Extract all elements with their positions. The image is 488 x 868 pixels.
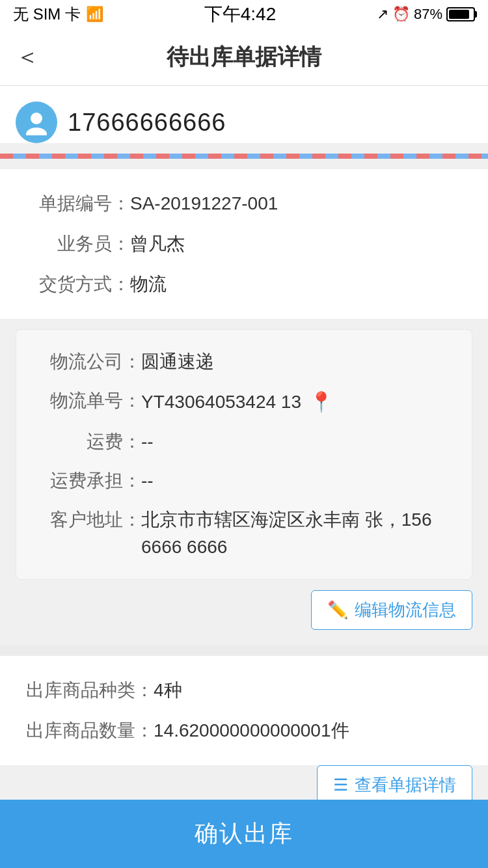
view-details-label: 查看单据详情: [355, 774, 456, 796]
tracking-number: YT43064053424 13: [141, 388, 301, 416]
delivery-label: 交货方式：: [26, 271, 130, 298]
battery-bar: [446, 7, 475, 21]
avatar: [16, 102, 57, 143]
status-right: ↗ ⏰ 87%: [377, 6, 475, 23]
confirm-btn-text: 确认出库: [195, 818, 293, 850]
svg-point-1: [26, 128, 47, 135]
list-icon: ☰: [333, 775, 348, 795]
logistics-company-label: 物流公司：: [37, 348, 141, 375]
product-type-value: 4种: [154, 677, 462, 704]
logistics-tracking-row: 物流单号： YT43064053424 13 📍: [37, 387, 451, 416]
user-icon: [23, 109, 49, 135]
product-quantity-label: 出库商品数量：: [26, 717, 154, 744]
product-type-row: 出库商品种类： 4种: [26, 677, 462, 704]
salesman-label: 业务员：: [26, 230, 130, 258]
logistics-tracking-label: 物流单号：: [37, 387, 141, 414]
logistics-freight-value: --: [141, 428, 451, 455]
delivery-row: 交货方式： 物流: [26, 271, 462, 298]
order-no-value: SA-20191227-001: [130, 190, 462, 217]
status-bar: 无 SIM 卡 📶 下午4:42 ↗ ⏰ 87%: [0, 0, 488, 29]
product-section: 出库商品种类： 4种 出库商品数量： 14.620000000000001件: [0, 656, 488, 765]
edit-icon: ✏️: [327, 600, 348, 620]
edit-logistics-label: 编辑物流信息: [355, 599, 456, 621]
edit-logistics-btn-wrap: ✏️ 编辑物流信息: [0, 590, 488, 645]
logistics-tracking-value: YT43064053424 13 📍: [141, 387, 451, 416]
logistics-freight-label: 运费：: [37, 428, 141, 455]
product-quantity-row: 出库商品数量： 14.620000000000001件: [26, 717, 462, 744]
logistics-card: 物流公司： 圆通速递 物流单号： YT43064053424 13 📍 运费： …: [16, 329, 472, 580]
back-button[interactable]: ＜: [16, 41, 39, 73]
svg-point-0: [31, 113, 42, 124]
delivery-value: 物流: [130, 271, 462, 298]
confirm-btn-wrap[interactable]: 确认出库: [0, 800, 488, 868]
status-left: 无 SIM 卡 📶: [13, 4, 103, 25]
edit-logistics-button[interactable]: ✏️ 编辑物流信息: [311, 590, 472, 630]
map-pin-icon[interactable]: 📍: [309, 387, 333, 416]
logistics-freight-bearer-label: 运费承担：: [37, 467, 141, 495]
time-label: 下午4:42: [204, 2, 277, 27]
wifi-icon: 📶: [86, 6, 103, 23]
order-no-row: 单据编号： SA-20191227-001: [26, 190, 462, 217]
logistics-freight-bearer-value: --: [141, 467, 451, 495]
battery-percent: 87%: [414, 6, 442, 23]
nav-bar: ＜ 待出库单据详情: [0, 29, 488, 86]
main-content: 17666666666 单据编号： SA-20191227-001 业务员： 曾…: [0, 86, 488, 868]
product-type-label: 出库商品种类：: [26, 677, 154, 704]
customer-phone: 17666666666: [68, 109, 226, 137]
view-details-button[interactable]: ☰ 查看单据详情: [317, 765, 472, 805]
customer-header: 17666666666: [0, 86, 488, 143]
salesman-value: 曾凡杰: [130, 230, 462, 258]
salesman-row: 业务员： 曾凡杰: [26, 230, 462, 258]
page-title: 待出库单据详情: [167, 42, 321, 72]
logistics-freight-row: 运费： --: [37, 428, 451, 455]
basic-info-section: 单据编号： SA-20191227-001 业务员： 曾凡杰 交货方式： 物流: [0, 169, 488, 319]
logistics-company-row: 物流公司： 圆通速递: [37, 348, 451, 375]
product-quantity-value: 14.620000000000001件: [154, 717, 462, 744]
logistics-company-value: 圆通速递: [141, 348, 451, 375]
logistics-address-row: 客户地址： 北京市市辖区海淀区永丰南 张，156 6666 6666: [37, 506, 451, 561]
alarm-icon: ⏰: [392, 6, 410, 23]
section-divider-1: [0, 645, 488, 656]
logistics-address-value: 北京市市辖区海淀区永丰南 张，156 6666 6666: [141, 506, 451, 561]
carrier-label: 无 SIM 卡: [13, 4, 81, 25]
location-status-icon: ↗: [377, 6, 388, 23]
logistics-address-label: 客户地址：: [37, 506, 141, 534]
dashed-divider: [0, 154, 488, 159]
logistics-freight-bearer-row: 运费承担： --: [37, 467, 451, 495]
order-no-label: 单据编号：: [26, 190, 130, 217]
battery-fill: [449, 10, 469, 19]
